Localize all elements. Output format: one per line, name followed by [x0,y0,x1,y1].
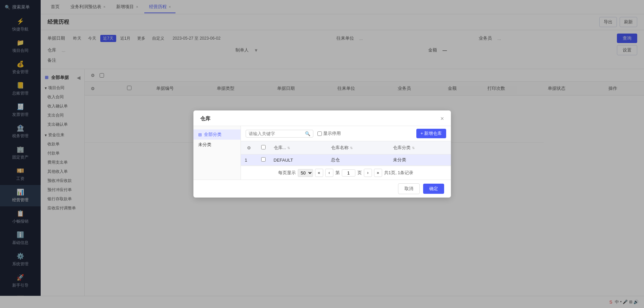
dialog-title: 仓库 [200,116,210,122]
dialog-pagination: 每页显示 50 « ‹ 第 页 › » 共1页, 1条记录 [241,166,451,180]
dialog-table-row[interactable]: 1 DEFAULT 总仓 未分类 [241,155,451,166]
tree-item-uncategorized[interactable]: 未分类 [193,140,241,150]
dialog-per-page-select[interactable]: 50 [298,169,313,177]
sort-icon-code: ⇅ [287,146,290,150]
dialog-toolbar: 🔍 显示停用 + 新增仓库 [241,126,451,141]
dialog-tree: ⊞ 全部分类 未分类 [193,126,241,180]
search-input[interactable] [249,131,304,136]
th-name: 仓库名称 ⇅ [327,141,389,155]
dialog-body: ⊞ 全部分类 未分类 🔍 [193,126,451,180]
show-disabled-label[interactable]: 显示停用 [317,130,341,137]
tree-item-uncategorized-label: 未分类 [198,142,211,148]
confirm-button[interactable]: 确定 [423,184,444,194]
sort-icon-category: ⇅ [412,146,415,150]
dialog-next-page[interactable]: › [364,169,372,177]
th-settings: ⚙ [241,141,257,155]
dialog-per-page-label: 每页显示 [278,170,296,176]
dialog-table-body: 1 DEFAULT 总仓 未分类 [241,155,451,166]
dialog-close-button[interactable]: × [440,115,444,122]
warehouse-dialog: 仓库 × ⊞ 全部分类 未分类 🔍 [193,110,451,198]
row-checkbox[interactable] [257,155,270,166]
show-disabled-checkbox[interactable] [317,131,322,136]
th-category: 仓库分类 ⇅ [389,141,451,155]
dialog-table: ⚙ 仓库... ⇅ 仓库名称 ⇅ [241,141,451,166]
row-num: 1 [241,155,257,166]
dialog-page-label: 第 [335,170,340,176]
th-code: 仓库... ⇅ [270,141,327,155]
grid-icon: ⊞ [198,132,202,137]
search-box: 🔍 [246,130,313,138]
sort-icon-name: ⇅ [350,146,353,150]
dialog-prev-page[interactable]: ‹ [325,169,333,177]
tree-item-all[interactable]: ⊞ 全部分类 [193,129,241,140]
dialog-last-page[interactable]: » [374,169,382,177]
dialog-total: 共1页, 1条记录 [384,170,414,176]
dialog-header: 仓库 × [193,110,451,126]
dialog-select-all[interactable] [261,145,266,149]
tree-item-all-label: 全部分类 [204,131,222,138]
dialog-right-content: 🔍 显示停用 + 新增仓库 ⚙ [241,126,451,180]
col-settings-icon[interactable]: ⚙ [245,144,253,152]
dialog-table-head: ⚙ 仓库... ⇅ 仓库名称 ⇅ [241,141,451,155]
dialog-first-page[interactable]: « [315,169,323,177]
add-warehouse-button[interactable]: + 新增仓库 [416,129,446,138]
row-name: 总仓 [327,155,389,166]
row-code: DEFAULT [270,155,327,166]
dialog-footer: 取消 确定 [193,180,451,198]
th-checkbox [257,141,270,155]
show-disabled-text: 显示停用 [323,130,341,137]
dialog-table-wrap: ⚙ 仓库... ⇅ 仓库名称 ⇅ [241,141,451,166]
row-category: 未分类 [389,155,451,166]
dialog-page-input[interactable] [342,169,355,177]
dialog-page-suffix: 页 [357,170,362,176]
search-icon: 🔍 [305,131,310,136]
cancel-button[interactable]: 取消 [398,183,420,194]
modal-overlay: 仓库 × ⊞ 全部分类 未分类 🔍 [0,0,644,308]
